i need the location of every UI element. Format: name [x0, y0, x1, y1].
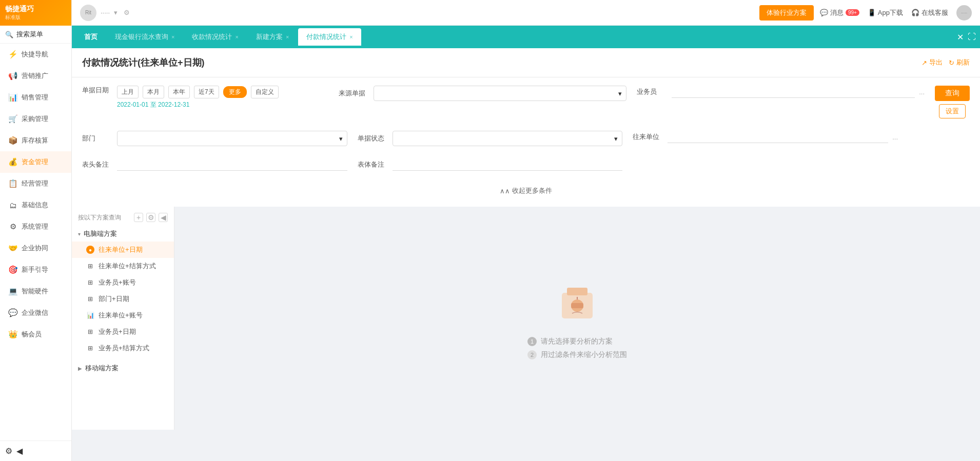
sidebar-item-label: 营销推广 — [22, 71, 48, 81]
tab-receivable-label: 收款情况统计 — [192, 32, 232, 42]
add-plan-btn[interactable]: + — [134, 213, 143, 222]
salesperson-input[interactable] — [672, 86, 915, 98]
tab-new-plan-close[interactable]: × — [286, 34, 289, 40]
sidebar-item-label: 畅会员 — [22, 330, 42, 339]
plan-item-counterpart-account[interactable]: 📊 往来单位+账号 — [72, 307, 174, 324]
desktop-group-header[interactable]: ▾ 电脑端方案 — [72, 226, 174, 242]
app-download-label: App下载 — [878, 8, 903, 17]
plan-table-icon: ⊞ — [86, 344, 94, 352]
plan-label: 往来单位+账号 — [99, 311, 143, 320]
salesperson-label: 业务员 — [637, 87, 668, 96]
dept-select[interactable]: ▾ — [117, 131, 347, 146]
page-header-actions: ↗ 导出 ↻ 刷新 — [922, 58, 970, 67]
tab-receivable-close[interactable]: × — [235, 34, 238, 40]
counterpart-ellipsis[interactable]: ... — [892, 133, 898, 141]
tab-payment-stats-close[interactable]: × — [349, 34, 352, 40]
tab-close-all-icon[interactable]: ✕ — [957, 32, 964, 42]
refresh-btn[interactable]: ↻ 刷新 — [949, 58, 970, 67]
tab-new-plan[interactable]: 新建方案 × — [248, 28, 297, 46]
sidebar-item-weixin[interactable]: 💬 企业微信 — [0, 302, 71, 324]
sidebar-item-quick-nav[interactable]: ⚡ 快捷导航 — [0, 44, 71, 65]
collapse-panel-btn[interactable]: ◀ — [159, 213, 168, 222]
mobile-group-header[interactable]: ▶ 移动端方案 — [72, 360, 174, 376]
messages-label: 消息 — [830, 8, 844, 17]
online-service-btn[interactable]: 🎧 在线客服 — [911, 8, 948, 17]
body-notes-input[interactable] — [393, 158, 623, 171]
doc-status-select[interactable]: ▾ — [393, 131, 623, 146]
collapse-icon: ∧∧ — [500, 187, 510, 195]
plan-item-counterpart-date[interactable]: ● 往来单位+日期 — [72, 242, 174, 258]
topbar-user: Rit ····· ▾ ⚙ — [80, 5, 753, 21]
header-notes-filter: 表头备注 — [82, 158, 347, 171]
export-icon: ↗ — [922, 59, 927, 67]
tab-expand-icon[interactable]: ⛶ — [968, 32, 976, 42]
sidebar-item-hardware[interactable]: 💻 智能硬件 — [0, 280, 71, 302]
source-select[interactable]: ▾ — [374, 86, 626, 101]
app-download-btn[interactable]: 📱 App下载 — [868, 8, 903, 17]
messages-btn[interactable]: 💬 消息 99+ — [820, 8, 859, 17]
plan-item-salesperson-date[interactable]: ⊞ 业务员+日期 — [72, 324, 174, 340]
try-industry-btn[interactable]: 体验行业方案 — [759, 5, 814, 21]
export-label: 导出 — [929, 58, 943, 67]
sidebar-item-marketing[interactable]: 📢 营销推广 — [0, 65, 71, 87]
plan-item-counterpart-settlement[interactable]: ⊞ 往来单位+结算方式 — [72, 258, 174, 274]
marketing-icon: 📢 — [8, 71, 17, 81]
counterpart-label: 往来单位 — [633, 132, 663, 142]
sidebar-item-label: 经营管理 — [22, 179, 48, 188]
collapse-btn[interactable]: ∧∧ 收起更多条件 — [492, 183, 560, 198]
hardware-icon: 💻 — [8, 287, 17, 296]
dropdown-icon[interactable]: ▾ — [114, 9, 117, 16]
collapse-icon[interactable]: ◀ — [16, 446, 23, 456]
sidebar-item-label: 库存核算 — [22, 136, 48, 145]
sidebar-item-sales[interactable]: 📊 销售管理 — [0, 87, 71, 108]
doc-status-label: 单据状态 — [358, 134, 388, 143]
date-btn-last-month[interactable]: 上月 — [117, 86, 139, 98]
desktop-group-label: 电脑端方案 — [84, 229, 117, 238]
date-range-display: 2022-01-01 至 2022-12-31 — [117, 101, 279, 109]
tab-bank-flow-close[interactable]: × — [171, 34, 174, 40]
body-notes-label: 表体备注 — [358, 160, 388, 169]
search-label: 搜索菜单 — [16, 30, 43, 39]
sidebar-item-inventory[interactable]: 📦 库存核算 — [0, 130, 71, 151]
plan-item-dept-date[interactable]: ⊞ 部门+日期 — [72, 291, 174, 307]
settings-btn[interactable]: 设置 — [939, 104, 966, 118]
plan-item-salesperson-account[interactable]: ⊞ 业务员+账号 — [72, 274, 174, 291]
svg-rect-3 — [571, 303, 583, 308]
manage-plan-btn[interactable]: ⚙ — [146, 213, 155, 222]
tab-payment-stats-label: 付款情况统计 — [306, 32, 346, 42]
sidebar-item-label: 采购管理 — [22, 114, 48, 124]
dept-dropdown-icon: ▾ — [339, 135, 343, 143]
sidebar-item-system[interactable]: ⚙ 系统管理 — [0, 216, 71, 237]
export-btn[interactable]: ↗ 导出 — [922, 58, 943, 67]
date-btn-custom[interactable]: 自定义 — [251, 86, 279, 98]
settings-icon[interactable]: ⚙ — [5, 446, 12, 456]
tab-home[interactable]: 首页 — [76, 28, 106, 46]
plan-item-salesperson-settlement[interactable]: ⊞ 业务员+结算方式 — [72, 340, 174, 356]
salesperson-ellipsis[interactable]: ... — [919, 88, 925, 96]
date-btn-7days[interactable]: 近7天 — [194, 86, 219, 98]
counterpart-input[interactable] — [668, 131, 888, 143]
tab-receivable[interactable]: 收款情况统计 × — [184, 28, 246, 46]
sidebar-item-finance[interactable]: 💰 资金管理 — [0, 151, 71, 173]
sidebar-item-label: 销售管理 — [22, 93, 48, 102]
query-btn[interactable]: 查询 — [935, 86, 970, 101]
sidebar-item-label: 系统管理 — [22, 222, 48, 231]
settings-gear-icon[interactable]: ⚙ — [124, 9, 130, 16]
topbar: Rit ····· ▾ ⚙ 体验行业方案 💬 消息 99+ 📱 App下载 🎧 … — [72, 0, 980, 26]
sidebar-item-operation[interactable]: 📋 经营管理 — [0, 173, 71, 194]
sidebar-item-basic[interactable]: 🗂 基础信息 — [0, 194, 71, 216]
search-menu[interactable]: 🔍 搜索菜单 — [0, 26, 71, 44]
sidebar-item-guide[interactable]: 🎯 新手引导 — [0, 259, 71, 280]
header-notes-input[interactable] — [117, 158, 347, 171]
empty-tip-1: 1 请先选择要分析的方案 — [527, 337, 627, 346]
date-btn-this-month[interactable]: 本月 — [143, 86, 164, 98]
filter-row-1: 单据日期 上月 本月 本年 近7天 更多 自定义 2022-01-01 至 20… — [82, 86, 970, 118]
date-btn-this-year[interactable]: 本年 — [168, 86, 190, 98]
date-btn-more[interactable]: 更多 — [223, 86, 247, 98]
sidebar-nav: ⚡ 快捷导航 📢 营销推广 📊 销售管理 🛒 采购管理 📦 库存核算 💰 资金管… — [0, 44, 71, 440]
tab-bank-flow[interactable]: 现金银行流水查询 × — [107, 28, 183, 46]
sidebar-item-enterprise[interactable]: 🤝 企业协同 — [0, 237, 71, 259]
sidebar-item-purchase[interactable]: 🛒 采购管理 — [0, 108, 71, 130]
sidebar-item-member[interactable]: 👑 畅会员 — [0, 324, 71, 345]
tab-payment-stats[interactable]: 付款情况统计 × — [298, 28, 361, 46]
